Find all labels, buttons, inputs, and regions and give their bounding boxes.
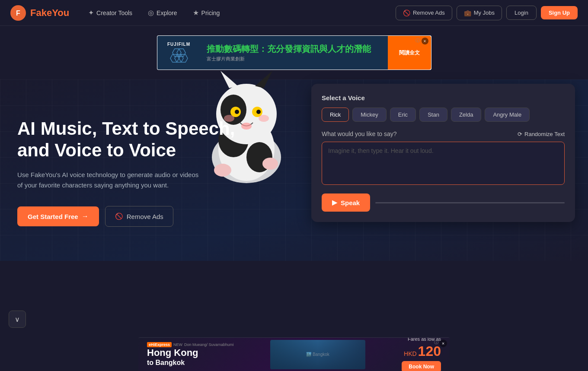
select-voice-title: Select a Voice bbox=[322, 94, 565, 101]
svg-point-23 bbox=[259, 115, 269, 122]
ad-bottom-subtitle: to Bangkok bbox=[147, 359, 234, 367]
voice-chip-angry-male[interactable]: Angry Male bbox=[485, 108, 530, 122]
svg-point-18 bbox=[256, 110, 261, 114]
svg-point-17 bbox=[235, 110, 239, 114]
remove-ads-icon: 🚫 bbox=[403, 10, 410, 16]
ad-book-button[interactable]: Book Now bbox=[402, 361, 441, 371]
ad-bottom-brand: eHiExpress NEW Don Mueang/ Suvarnabhumi bbox=[147, 342, 234, 347]
randomize-icon: ⟳ bbox=[518, 131, 522, 137]
remove-ads-button[interactable]: 🚫 Remove Ads bbox=[396, 6, 452, 20]
voice-chip-rick[interactable]: Rick bbox=[322, 108, 349, 122]
ad-bottom-inner: eHiExpress NEW Don Mueang/ Suvarnabhumi … bbox=[138, 338, 450, 371]
speak-button[interactable]: ▶ Speak bbox=[322, 193, 370, 212]
nav-actions: 🚫 Remove Ads 💼 My Jobs Login Sign Up bbox=[396, 6, 578, 20]
voice-chip-mickey[interactable]: Mickey bbox=[352, 108, 386, 122]
logo-icon: F bbox=[10, 5, 26, 21]
remove-ads-hero-icon: 🚫 bbox=[115, 212, 123, 220]
nav-explore[interactable]: ◎ Explore bbox=[142, 5, 183, 20]
svg-point-15 bbox=[230, 107, 241, 117]
nav-creator-tools[interactable]: ✦ Creator Tools bbox=[82, 5, 138, 20]
voice-chip-eric[interactable]: Eric bbox=[390, 108, 416, 122]
ad-currency: HKD bbox=[404, 350, 417, 357]
remove-ads-hero-button[interactable]: 🚫 Remove Ads bbox=[105, 206, 173, 227]
fujifilm-brand: FUJIFILM bbox=[167, 42, 190, 47]
svg-point-19 bbox=[241, 123, 252, 130]
ad-bottom-center: 🏙️ Bangkok bbox=[234, 340, 402, 369]
explore-icon: ◎ bbox=[148, 9, 154, 17]
hero-left: AI Music, Text to Speech, and Voice to V… bbox=[17, 118, 242, 227]
voice-chips: Rick Mickey Eric Stan Zelda Angry Male bbox=[322, 108, 565, 122]
ad-cta[interactable]: 閱讀全文 bbox=[399, 49, 420, 57]
logo[interactable]: F FakeYou bbox=[10, 5, 69, 21]
ad-bottom-left: eHiExpress NEW Don Mueang/ Suvarnabhumi … bbox=[147, 342, 234, 366]
voice-panel: Select a Voice Rick Mickey Eric Stan Zel… bbox=[311, 84, 575, 222]
randomize-text-button[interactable]: ⟳ Randomize Text bbox=[518, 131, 565, 137]
svg-point-16 bbox=[252, 107, 262, 117]
nav-links: ✦ Creator Tools ◎ Explore ★ Pricing bbox=[82, 5, 396, 20]
svg-point-21 bbox=[262, 158, 278, 170]
ad-chinese-sub: 富士膠片商業創新 bbox=[207, 56, 382, 62]
ad-top-info: ⓘ bbox=[415, 38, 420, 44]
brand-name: FakeYou bbox=[30, 7, 69, 19]
ad-bottom-image: 🏙️ Bangkok bbox=[306, 352, 329, 357]
hero-subtitle: Use FakeYou's AI voice technology to gen… bbox=[17, 170, 199, 190]
ad-bottom-title: Hong Kong bbox=[147, 347, 234, 358]
get-started-button[interactable]: Get Started Free → bbox=[17, 206, 99, 226]
ad-banner-bottom: eHiExpress NEW Don Mueang/ Suvarnabhumi … bbox=[138, 337, 450, 371]
my-jobs-icon: 💼 bbox=[464, 10, 471, 16]
scroll-down-button[interactable]: ∨ bbox=[9, 311, 26, 328]
play-icon: ▶ bbox=[332, 199, 337, 206]
voice-chip-stan[interactable]: Stan bbox=[419, 108, 447, 122]
speak-row: ▶ Speak bbox=[322, 193, 565, 212]
ad-banner-top: FUJIFILM 推動數碼轉型：充分發揮資訊與人才的潛能 富士膠片商業創新 閱讀… bbox=[157, 35, 431, 70]
login-button[interactable]: Login bbox=[506, 6, 537, 20]
pricing-icon: ★ bbox=[193, 9, 199, 17]
ad-price: 120 bbox=[418, 343, 441, 359]
arrow-right-icon: → bbox=[82, 212, 89, 220]
my-jobs-button[interactable]: 💼 My Jobs bbox=[457, 6, 502, 20]
navbar: F FakeYou ✦ Creator Tools ◎ Explore ★ Pr… bbox=[0, 0, 588, 26]
svg-text:F: F bbox=[16, 10, 20, 17]
ad-top-close-button[interactable]: × bbox=[422, 38, 428, 44]
speak-progress-bar bbox=[375, 202, 565, 203]
ad-bottom-info: ⓘ bbox=[434, 339, 438, 346]
nav-pricing[interactable]: ★ Pricing bbox=[187, 5, 226, 20]
fujifilm-logo-graphic bbox=[168, 47, 190, 64]
svg-point-10 bbox=[246, 142, 272, 172]
chevron-down-icon: ∨ bbox=[15, 315, 20, 323]
ad-bottom-close-button[interactable]: × bbox=[439, 339, 447, 347]
hero-section: AI Music, Text to Speech, and Voice to V… bbox=[0, 79, 588, 261]
hero-buttons: Get Started Free → 🚫 Remove Ads bbox=[17, 206, 242, 227]
voice-chip-zelda[interactable]: Zelda bbox=[451, 108, 482, 122]
signup-button[interactable]: Sign Up bbox=[541, 6, 578, 19]
hero-title: AI Music, Text to Speech, and Voice to V… bbox=[17, 118, 242, 162]
ad-chinese-main: 推動數碼轉型：充分發揮資訊與人才的潛能 bbox=[207, 43, 382, 55]
voice-text-input[interactable] bbox=[322, 142, 565, 185]
prompt-label-row: What would you like to say? ⟳ Randomize … bbox=[322, 130, 565, 137]
creator-tools-icon: ✦ bbox=[88, 9, 94, 17]
